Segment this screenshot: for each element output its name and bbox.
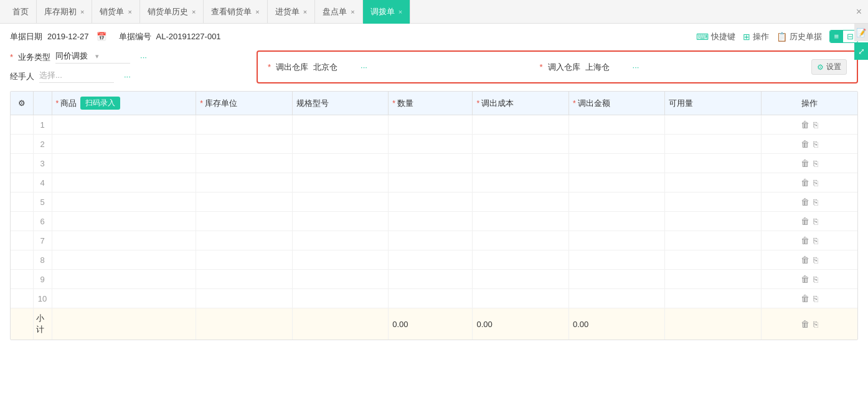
tab-close-icon[interactable]: × (192, 8, 196, 16)
tab-close-icon[interactable]: × (351, 8, 354, 16)
row-product-cell[interactable] (52, 231, 196, 250)
tab-home[interactable]: 首页 (5, 0, 37, 24)
copy-row-icon[interactable]: ⎘ (813, 294, 818, 303)
right-panel-note-button[interactable]: 📝 (854, 24, 868, 41)
copy-row-icon[interactable]: ⎘ (813, 255, 818, 265)
row-product-cell[interactable] (52, 212, 196, 231)
row-cost-cell[interactable] (473, 135, 569, 154)
row-product-cell[interactable] (52, 308, 196, 340)
row-amount-cell[interactable] (568, 193, 665, 212)
row-product-cell[interactable] (52, 193, 196, 212)
delete-row-icon[interactable]: 🗑 (801, 216, 809, 226)
tab-view-sales[interactable]: 查看销货单 × (204, 0, 267, 24)
calendar-icon[interactable]: 📅 (97, 32, 106, 41)
tab-close-icon[interactable]: × (128, 8, 131, 16)
out-warehouse-more-button[interactable]: ··· (361, 62, 367, 72)
row-product-cell[interactable] (52, 250, 196, 270)
handler-more-button[interactable]: ··· (124, 72, 131, 81)
tab-close-icon[interactable]: × (80, 8, 84, 16)
row-cost-cell[interactable]: 0.00 (473, 308, 569, 340)
row-cost-cell[interactable] (473, 231, 569, 250)
window-close-button[interactable]: × (856, 6, 862, 17)
row-qty-cell[interactable] (389, 115, 473, 135)
row-qty-cell[interactable] (389, 270, 473, 289)
settings-button[interactable]: ⚙ 设置 (811, 59, 847, 75)
row-cost-cell[interactable] (473, 115, 569, 135)
row-qty-cell[interactable] (389, 173, 473, 193)
history-button[interactable]: 📋 历史单据 (776, 31, 822, 42)
row-cost-cell[interactable] (473, 270, 569, 289)
row-amount-cell[interactable]: 0.00 (568, 308, 665, 340)
delete-row-icon[interactable]: 🗑 (801, 274, 809, 284)
copy-row-icon[interactable]: ⎘ (813, 198, 818, 207)
row-product-cell[interactable] (52, 270, 196, 289)
row-qty-cell[interactable]: 0.00 (389, 308, 473, 340)
delete-row-icon[interactable]: 🗑 (801, 139, 809, 149)
tab-close-icon[interactable]: × (399, 8, 402, 16)
row-qty-cell[interactable] (389, 212, 473, 231)
biz-type-input[interactable]: 同价调拨 ▾ (55, 50, 130, 64)
delete-row-icon[interactable]: 🗑 (801, 120, 809, 130)
biz-type-more-button[interactable]: ··· (140, 52, 147, 62)
row-product-cell[interactable] (52, 115, 196, 135)
delete-row-icon[interactable]: 🗑 (801, 293, 809, 303)
row-qty-cell[interactable] (389, 135, 473, 154)
row-product-cell[interactable] (52, 173, 196, 193)
copy-row-icon[interactable]: ⎘ (813, 320, 818, 329)
tab-sales-history[interactable]: 销货单历史 × (140, 0, 204, 24)
tab-transfer[interactable]: 调拨单 × (363, 0, 410, 24)
tab-purchase-order[interactable]: 进货单 × (268, 0, 315, 24)
col-settings[interactable]: ⚙ (11, 92, 33, 115)
row-amount-cell[interactable] (568, 270, 665, 289)
row-amount-cell[interactable] (568, 135, 665, 154)
copy-row-icon[interactable]: ⎘ (813, 120, 818, 130)
copy-row-icon[interactable]: ⎘ (813, 217, 818, 226)
delete-row-icon[interactable]: 🗑 (801, 255, 809, 265)
row-cost-cell[interactable] (473, 154, 569, 173)
row-qty-cell[interactable] (389, 289, 473, 308)
list-view-button[interactable]: ≡ (830, 31, 843, 42)
tab-sales-order[interactable]: 销货单 × (92, 0, 139, 24)
row-amount-cell[interactable] (568, 173, 665, 193)
row-settings-cell (11, 250, 33, 270)
delete-row-icon[interactable]: 🗑 (801, 236, 809, 245)
row-product-cell[interactable] (52, 135, 196, 154)
right-panel-expand-button[interactable]: ⤢ (854, 42, 868, 60)
copy-row-icon[interactable]: ⎘ (813, 275, 818, 284)
row-cost-cell[interactable] (473, 212, 569, 231)
row-amount-cell[interactable] (568, 289, 665, 308)
row-cost-cell[interactable] (473, 250, 569, 270)
row-cost-cell[interactable] (473, 289, 569, 308)
row-qty-cell[interactable] (389, 250, 473, 270)
row-cost-cell[interactable] (473, 173, 569, 193)
row-product-cell[interactable] (52, 154, 196, 173)
scan-btn-header[interactable]: 扫码录入 (80, 97, 120, 110)
row-qty-cell[interactable] (389, 154, 473, 173)
delete-row-icon[interactable]: 🗑 (801, 319, 809, 329)
row-qty-cell[interactable] (389, 193, 473, 212)
handler-input[interactable]: 选择... (39, 70, 114, 83)
copy-row-icon[interactable]: ⎘ (813, 178, 818, 188)
row-amount-cell[interactable] (568, 154, 665, 173)
shortcuts-button[interactable]: ⌨ 快捷键 (696, 31, 735, 42)
row-amount-cell[interactable] (568, 231, 665, 250)
in-warehouse-more-button[interactable]: ··· (633, 62, 639, 72)
copy-row-icon[interactable]: ⎘ (813, 236, 818, 245)
tab-close-icon[interactable]: × (255, 8, 259, 16)
operations-button[interactable]: ⊞ 操作 (743, 31, 769, 42)
copy-row-icon[interactable]: ⎘ (813, 140, 818, 149)
delete-row-icon[interactable]: 🗑 (801, 197, 809, 207)
scan-button[interactable]: 扫码录入 (80, 97, 120, 110)
tab-stocktake[interactable]: 盘点单 × (315, 0, 362, 24)
row-cost-cell[interactable] (473, 193, 569, 212)
row-qty-cell[interactable] (389, 231, 473, 250)
row-amount-cell[interactable] (568, 250, 665, 270)
tab-inventory-init[interactable]: 库存期初 × (37, 0, 92, 24)
row-amount-cell[interactable] (568, 212, 665, 231)
delete-row-icon[interactable]: 🗑 (801, 178, 809, 188)
row-product-cell[interactable] (52, 289, 196, 308)
delete-row-icon[interactable]: 🗑 (801, 158, 809, 168)
copy-row-icon[interactable]: ⎘ (813, 159, 818, 168)
row-amount-cell[interactable] (568, 115, 665, 135)
tab-close-icon[interactable]: × (303, 8, 307, 16)
